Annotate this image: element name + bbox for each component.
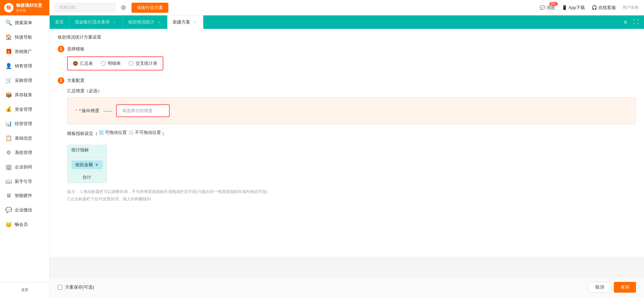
radio-cross-input[interactable]: [129, 61, 133, 66]
metrics-subtotal: 合计: [67, 171, 107, 183]
page-inner: 收款情况统计方案设置 1 选择模板 汇总表 明细表: [50, 29, 644, 257]
sidebar-item-purchase[interactable]: 🛒 采购管理: [0, 73, 49, 88]
movable-dot: [99, 130, 104, 135]
tab-receipt-stat-label: 收款情况统计: [128, 19, 154, 25]
header-search: 搜索功能: [55, 3, 115, 12]
gift-icon: 🎁: [5, 48, 12, 55]
radio-detail[interactable]: 明细表: [101, 60, 121, 66]
sidebar-item-member[interactable]: 👑 畅会员: [0, 217, 49, 232]
page-content: 收款情况统计方案设置 1 选择模板 汇总表 明细表: [50, 29, 644, 277]
step1-title: 选择模板: [67, 46, 85, 52]
message-icon: 💬: [540, 5, 545, 10]
radio-detail-label: 明细表: [108, 60, 121, 66]
download-label: App下载: [569, 5, 585, 11]
dimension-row: * * 纵向维度 —— 请选择分组维度: [75, 104, 628, 117]
dropdown-icon[interactable]: ▼: [95, 163, 99, 167]
sidebar-item-marketing[interactable]: 🎁 营销推广: [0, 44, 49, 59]
metrics-header-row: 模板指标设定（ 可拖动位置 不可拖动位置: [67, 130, 636, 139]
query-button[interactable]: 查询: [614, 282, 636, 293]
tab-bank-flow-close[interactable]: ×: [112, 19, 117, 25]
search-menu-icon: 🔍: [5, 19, 12, 26]
movable-hint: 可拖动位置: [99, 130, 127, 136]
dimension-selector[interactable]: 请选择分组维度: [116, 104, 170, 117]
service-icon: 🎧: [592, 5, 597, 10]
step2-badge: 2: [58, 77, 64, 84]
hint-2: 2.点击标题栏下拉可设置排序、插入列和删除列: [67, 196, 636, 203]
message-item[interactable]: 💬 消息 99+: [540, 5, 555, 11]
metrics-section-title: 模板指标设定（ 可拖动位置 不可拖动位置: [67, 130, 166, 137]
download-icon: 📱: [562, 5, 567, 10]
radio-detail-input[interactable]: [101, 61, 106, 66]
trial-button[interactable]: 体验行业方案: [131, 3, 168, 13]
radio-summary-input[interactable]: [73, 61, 78, 66]
tabbar: 首页 现金银行流水查询 × 收款情况统计 × 新建方案 × ✕ ⛶: [50, 15, 644, 29]
sidebar-item-guide[interactable]: 📖 新手引导: [0, 174, 49, 189]
sidebar-item-search[interactable]: 🔍 搜索菜单: [0, 15, 49, 30]
tab-new-plan-close[interactable]: ×: [192, 19, 198, 25]
sidebar-item-inventory[interactable]: 📦 库存核算: [0, 88, 49, 102]
tab-receipt-stat-close[interactable]: ×: [156, 19, 162, 25]
step2-header: 2 方案配置: [58, 77, 636, 84]
close-all-icon[interactable]: ✕: [621, 18, 629, 26]
sidebar-logo: 畅 畅捷通好生意 标准版: [0, 0, 49, 15]
header-right: 💬 消息 99+ 📱 App下载 🎧 在线客服 用户名称: [540, 5, 639, 11]
home-icon: 🏠: [5, 34, 12, 40]
download-item[interactable]: 📱 App下载: [562, 5, 585, 11]
hints-area: 提示： 1.拖动标题栏可以调整布局，不可跨维度或指标区域拖动栏目字段(只能在同一…: [67, 188, 636, 203]
clipboard-icon: 📋: [5, 135, 12, 141]
person-icon: 👤: [5, 63, 12, 69]
metrics-section: 模板指标设定（ 可拖动位置 不可拖动位置: [67, 130, 636, 184]
arrow-icon: ——: [103, 108, 112, 113]
tab-home[interactable]: 首页: [50, 15, 69, 29]
sidebar-item-system[interactable]: ⚙ 系统管理: [0, 145, 49, 160]
sidebar-item-basic[interactable]: 📋 基础信息: [0, 131, 49, 145]
save-checkbox[interactable]: [58, 285, 62, 290]
maximize-icon[interactable]: ⛶: [632, 18, 640, 26]
cancel-button[interactable]: 取消: [588, 282, 611, 293]
step2-section: 2 方案配置 汇总维度（必选） * * 纵向维度 ——: [58, 77, 636, 203]
skin-btn[interactable]: 皮肤: [3, 285, 47, 294]
step1-section: 1 选择模板 汇总表 明细表: [58, 46, 636, 70]
sidebar-item-corp[interactable]: 🏢 企业协同: [0, 160, 49, 174]
step2-title: 方案配置: [67, 78, 85, 84]
template-selection: 汇总表 明细表 交叉统计表: [67, 56, 163, 70]
tab-home-label: 首页: [55, 19, 64, 25]
tab-bank-flow[interactable]: 现金银行流水查询 ×: [69, 15, 123, 29]
sidebar: 畅 畅捷通好生意 标准版 🔍 搜索菜单 🏠 快捷导航 🎁 营销推广 👤 销售管理…: [0, 0, 50, 297]
metric-tag-row: 收款金额 ▼: [67, 158, 107, 171]
page-footer: 方案保存(可选) 取消 查询: [50, 277, 644, 297]
sidebar-bottom: 皮肤: [0, 282, 49, 297]
book-icon: 📖: [5, 178, 12, 185]
gear-icon[interactable]: ⚙: [121, 4, 126, 11]
tab-bank-flow-label: 现金银行流水查询: [75, 19, 110, 25]
building-icon: 🏢: [5, 164, 12, 170]
page-title: 收款情况统计方案设置: [58, 34, 636, 40]
radio-cross[interactable]: 交叉统计表: [129, 60, 157, 66]
radio-summary-label: 汇总表: [80, 60, 93, 66]
service-item[interactable]: 🎧 在线客服: [592, 5, 616, 11]
logo-text: 畅捷通好生意 标准版: [16, 3, 42, 13]
metric-tag-amount[interactable]: 收款金额 ▼: [71, 160, 103, 169]
tab-new-plan[interactable]: 新建方案 ×: [167, 15, 203, 29]
sidebar-item-finance[interactable]: 💰 资金管理: [0, 102, 49, 116]
sidebar-item-quick-nav[interactable]: 🏠 快捷导航: [0, 30, 49, 44]
sidebar-item-sales[interactable]: 👤 销售管理: [0, 59, 49, 73]
dimension-area: * * 纵向维度 —— 请选择分组维度: [67, 97, 636, 124]
fixed-dot: [129, 130, 133, 135]
message-badge: 99+: [549, 2, 558, 6]
chat-icon: 💬: [5, 207, 12, 213]
cart-icon: 🛒: [5, 77, 12, 84]
radio-summary[interactable]: 汇总表: [73, 60, 93, 66]
radio-cross-label: 交叉统计表: [136, 60, 157, 66]
logo-icon: 畅: [4, 3, 13, 12]
sidebar-item-wechat[interactable]: 💬 企业微信: [0, 203, 49, 217]
sidebar-item-operation[interactable]: 📊 经营管理: [0, 116, 49, 131]
tab-receipt-stat[interactable]: 收款情况统计 ×: [123, 15, 167, 29]
tabbar-actions: ✕ ⛶: [621, 18, 644, 26]
save-label: 方案保存(可选): [65, 284, 94, 290]
chart-icon: 📊: [5, 120, 12, 127]
box-icon: 📦: [5, 92, 12, 98]
tab-new-plan-label: 新建方案: [173, 19, 190, 25]
metrics-table-wrapper: 统计指标 收款金额 ▼ 合计: [67, 145, 107, 183]
sidebar-item-hardware[interactable]: 🖥 智能硬件: [0, 189, 49, 203]
